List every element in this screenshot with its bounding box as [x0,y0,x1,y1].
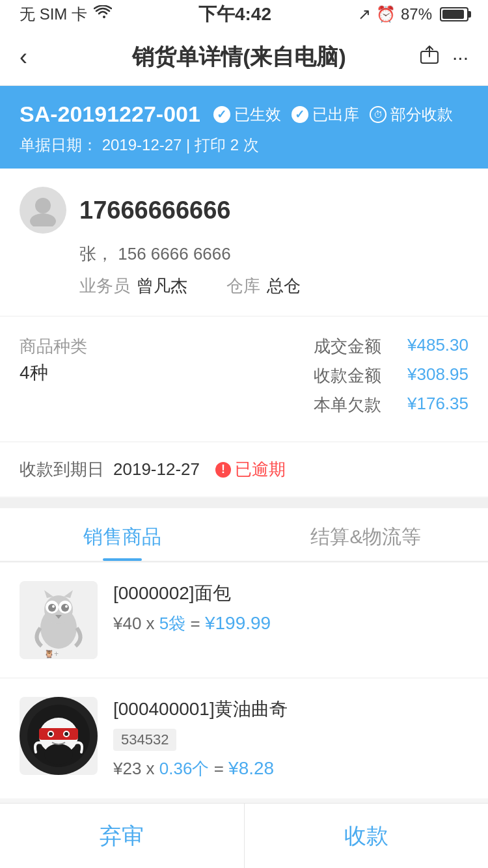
product-2-price: ¥23 x 0.36个 = ¥8.28 [113,757,468,780]
status-right: ↗ ⏰ 87% [358,5,468,23]
overdue-icon: ! [215,462,231,478]
product-2-total: ¥8.28 [228,758,274,778]
battery-percent: 87% [401,5,432,23]
status-left: 无 SIM 卡 [20,4,112,25]
print-separator: | 打印 [186,136,226,154]
product-2-image [20,697,98,775]
staff-name: 曾凡杰 [137,275,187,297]
gray-separator [0,498,488,508]
customer-alt-phone: 156 6666 6666 [118,244,231,264]
svg-point-1 [35,198,51,213]
customer-row: 17666666666 [20,187,468,234]
summary-section: 商品种类 4种 成交金额 ¥485.30 收款金额 ¥308.95 本单欠款 ¥… [0,317,488,441]
svg-point-20 [44,744,73,765]
status-effective-label: 已生效 [234,104,281,125]
order-status-badges: ✓ 已生效 ✓ 已出库 ⏱ 部分收款 [213,104,453,125]
reject-label: 弃审 [100,821,144,851]
more-button[interactable]: ··· [452,46,468,68]
nav-bar: ‹ 销货单详情(来自电脑) ··· [0,29,488,86]
customer-detail-row: 业务员 曾凡杰 仓库 总仓 [20,275,468,297]
received-value: ¥308.95 [407,364,468,387]
product-2-img-bg [20,697,98,775]
product-2-tag: 534532 [113,729,176,751]
avatar [20,187,66,234]
due-label: 收款到期日 [20,458,104,481]
collect-payment-button[interactable]: 收款 [245,804,489,868]
status-bar: 无 SIM 卡 下午4:42 ↗ ⏰ 87% [0,0,488,29]
share-button[interactable] [420,45,439,69]
amount-value: ¥485.30 [407,335,468,358]
order-banner-top: SA-20191227-001 ✓ 已生效 ✓ 已出库 ⏱ 部分收款 [20,102,468,127]
svg-point-10 [52,605,55,608]
back-button[interactable]: ‹ [20,44,59,71]
amount-row: 成交金额 ¥485.30 [314,335,468,358]
tab-indicator [103,558,142,561]
product-1-price: ¥40 x 5袋 = ¥199.99 [113,612,468,635]
location-icon: ↗ [358,5,371,23]
product-2-name: [000400001]黄油曲奇 [113,697,468,722]
warehouse-name: 总仓 [267,275,301,297]
tab-settlement-label: 结算&物流等 [310,524,421,550]
staff-info: 业务员 曾凡杰 [79,275,187,297]
kinds-label: 商品种类 [20,335,87,358]
date-label: 单据日期： [20,136,98,154]
customer-phone: 17666666666 [79,197,230,224]
svg-point-9 [61,604,69,612]
received-label: 收款金额 [314,364,381,387]
overdue-badge: ! 已逾期 [215,458,286,481]
product-1-image: 🦉+ [20,581,98,659]
page-title: 销货单详情(来自电脑) [132,42,346,72]
tabs-container: 销售商品 结算&物流等 [0,508,488,562]
warehouse-label: 仓库 [226,275,260,297]
due-date: 2019-12-27 [113,459,200,480]
tab-products-label: 销售商品 [83,524,161,550]
amount-label: 成交金额 [314,335,381,358]
product-1-total: ¥199.99 [205,613,271,633]
order-id: SA-20191227-001 [20,102,200,127]
svg-point-8 [48,604,56,612]
customer-name-text: 张 [79,244,96,264]
customer-section: 17666666666 张， 156 6666 6666 业务员 曾凡杰 仓库 … [0,169,488,316]
warehouse-info: 仓库 总仓 [226,275,301,297]
product-1-qty: 5袋 [159,614,185,633]
carrier-label: 无 SIM 卡 [20,4,87,25]
svg-point-18 [49,732,53,736]
print-suffix: 次 [243,136,259,154]
summary-left: 商品种类 4种 [20,335,87,385]
product-2-qty: 0.36个 [159,759,210,778]
svg-rect-15 [39,728,78,740]
received-row: 收款金额 ¥308.95 [314,364,468,387]
order-date: 2019-12-27 [102,136,182,154]
product-item: 🦉+ [0000002]面包 ¥40 x 5袋 = ¥199.99 [0,563,488,677]
status-partial: ⏱ 部分收款 [370,104,453,125]
reject-button[interactable]: 弃审 [0,804,245,868]
order-date-info: 单据日期： 2019-12-27 | 打印 2 次 [20,135,468,156]
product-1-name: [0000002]面包 [113,581,468,606]
battery-icon [440,7,468,21]
check-icon: ✓ [213,106,230,123]
due-section: 收款到期日 2019-12-27 ! 已逾期 [0,442,488,496]
status-effective: ✓ 已生效 [213,104,281,125]
product-list: 🦉+ [0000002]面包 ¥40 x 5袋 = ¥199.99 [0,563,488,798]
clock-icon: ⏱ [370,106,386,123]
order-banner: SA-20191227-001 ✓ 已生效 ✓ 已出库 ⏱ 部分收款 单据日期：… [0,86,488,169]
bottom-bar: 弃审 收款 [0,803,488,868]
battery-fill [442,10,464,19]
staff-label: 业务员 [79,275,130,297]
print-count: 2 [230,136,239,154]
product-item-2: [000400001]黄油曲奇 534532 ¥23 x 0.36个 = ¥8.… [0,679,488,798]
svg-point-11 [65,605,68,608]
kinds-value: 4种 [20,360,87,385]
nav-actions: ··· [420,45,468,69]
collect-label: 收款 [344,821,388,851]
time-label: 下午4:42 [198,2,271,27]
alarm-icon: ⏰ [376,5,396,23]
debt-value: ¥176.35 [407,394,468,416]
tab-products[interactable]: 销售商品 [0,508,244,561]
wifi-icon [94,5,112,23]
debt-label: 本单欠款 [314,394,381,416]
svg-point-19 [64,732,68,736]
product-2-details: [000400001]黄油曲奇 534532 ¥23 x 0.36个 = ¥8.… [113,697,468,780]
svg-point-2 [30,213,56,226]
tab-settlement[interactable]: 结算&物流等 [244,508,488,561]
